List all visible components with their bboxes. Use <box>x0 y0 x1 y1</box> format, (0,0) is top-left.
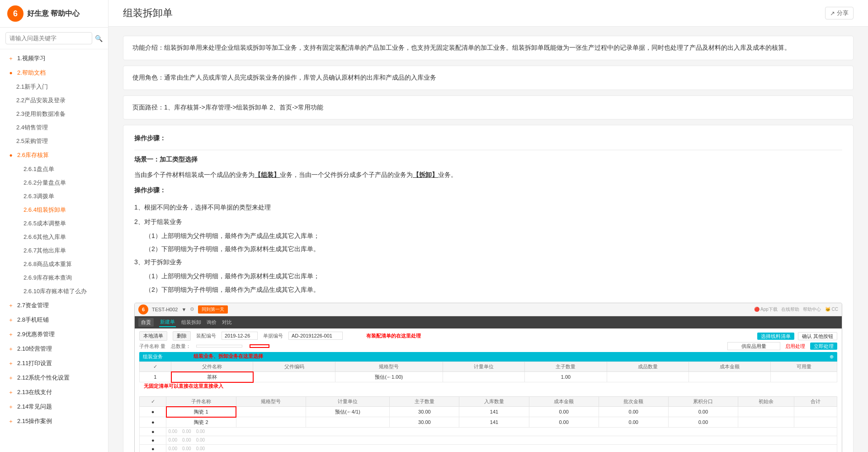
ss-cell2-qty2: 30.00 <box>390 417 459 428</box>
sidebar-item-custom[interactable]: ＋ 2.12系统个性化设置 <box>0 371 108 385</box>
role-block: 使用角色：通常由生产人员或库管人员完成拆装业务的操作，库管人员确认原材料的出库和… <box>123 66 854 90</box>
ss-col-parent-name: 父件名称 <box>171 362 253 372</box>
sidebar-sub-prepare-label: 2.3使用前数据准备 <box>16 110 66 118</box>
search-box[interactable]: 🔍 <box>0 28 108 49</box>
sidebar-sub-prepare[interactable]: 2.3使用前数据准备 <box>0 107 108 121</box>
ss-col2-check: ✓ <box>140 396 166 407</box>
sidebar-sub-count[interactable]: 2.6.1盘点单 <box>0 162 108 176</box>
step2: 2、对于组装业务 <box>134 216 842 228</box>
disassemble-step2: （2）下部明细为子件明细，最终作为产成品生成其它入库单。 <box>145 284 842 295</box>
sidebar-sub-out-other[interactable]: 2.6.7其他出库单 <box>0 244 108 257</box>
plus-icon-mobile: ＋ <box>7 316 14 324</box>
ss-annotation4-text: 无固定清单可以直接在这里直接录入 <box>144 383 223 390</box>
ss-table1-icon: ⊕ <box>830 354 834 360</box>
search-input[interactable] <box>5 32 92 44</box>
ss-annotation2: 组装业务、拆卸业务在这里选择 <box>193 353 263 360</box>
sidebar-sub-stock-err[interactable]: 2.6.10库存账本错了么办 <box>0 285 108 298</box>
sidebar-item-finance-label: 2.7资金管理 <box>17 301 49 309</box>
ss-col2-code: 规格型号 <box>236 396 306 407</box>
sidebar-sub-purchase[interactable]: 2.5采购管理 <box>0 134 108 148</box>
ss-qty-label: 总数量： <box>171 343 191 350</box>
sidebar-item-finance[interactable]: ＋ 2.7资金管理 <box>0 298 108 313</box>
plus-icon-finance: ＋ <box>7 302 14 309</box>
ss-col2-init: 初始余 <box>738 396 794 407</box>
table-row: ●0.00 0.00 0.00 <box>140 444 837 452</box>
ss-col-parent-code: 父件编码 <box>253 362 335 372</box>
share-icon: ↗ <box>830 10 835 17</box>
ss-nav-item2: 询价 <box>207 319 217 326</box>
ss-cell2-cost2: 0.00 <box>529 417 599 428</box>
ss-action-btns: 选择线料清单 确认 其他按钮 <box>757 332 837 340</box>
plus-icon-custom: ＋ <box>7 374 14 381</box>
plus-icon-ops: ＋ <box>7 345 14 352</box>
ss-col2-cost1: 成本金额 <box>529 396 599 407</box>
sidebar-item-inventory[interactable]: ● 2.6库存核算 <box>0 148 108 162</box>
plus-icon-cases: ＋ <box>7 418 14 425</box>
ss-type-label: 子件名称 量 <box>139 343 165 350</box>
sidebar-item-custom-label: 2.12系统个性化设置 <box>17 374 70 382</box>
sidebar-item-coupon[interactable]: ＋ 2.9优惠券管理 <box>0 327 108 342</box>
sidebar-sub-split[interactable]: 2.6.2分量盘点单 <box>0 176 108 190</box>
assemble-step2: （2）下部明细为子件明细，最终作为原材料生成其它出库单。 <box>145 243 842 255</box>
steps-content: 操作步骤： 场景一：加工类型选择 当由多个子件材料组装成一个成品的业务为【组装】… <box>123 125 854 452</box>
sidebar-item-video[interactable]: ＋ 1.视频学习 <box>0 51 108 66</box>
sidebar-sub-cost-adj[interactable]: 2.6.5成本调整单 <box>0 217 108 230</box>
sidebar-sub-in-other[interactable]: 2.6.6其他入库单 <box>0 230 108 244</box>
sidebar-item-mobile[interactable]: ＋ 2.8手机旺铺 <box>0 313 108 327</box>
sidebar-sub-adjust-label: 2.6.3调拨单 <box>24 192 54 200</box>
ss-col-check: ✓ <box>140 362 171 372</box>
ss-cell2-init2 <box>738 417 794 428</box>
assemble-step1: （1）上部明细为父件明细，最终作为产成品生成其它入库单； <box>145 230 842 242</box>
sidebar-sub-install[interactable]: 2.2产品安装及登录 <box>0 94 108 107</box>
ss-col2-main-qty: 主子数量 <box>390 396 459 407</box>
search-icon[interactable]: 🔍 <box>95 35 103 42</box>
main-area: 组装拆卸单 ↗ 分享 功能介绍：组装拆卸单用来处理企业组装或拆卸等加工业务，支持… <box>108 0 868 452</box>
ss-col-qty-product: 成品数量 <box>607 362 689 372</box>
share-button[interactable]: ↗ 分享 <box>825 7 854 19</box>
sidebar-item-ops[interactable]: ＋ 2.10经营管理 <box>0 342 108 356</box>
sidebar-item-print[interactable]: ＋ 2.11打印设置 <box>0 356 108 371</box>
app-title: 好生意 帮助中心 <box>27 9 80 19</box>
ss-dropdown-icon: ▼ <box>181 307 186 312</box>
sidebar-item-payment[interactable]: ＋ 2.13在线支付 <box>0 385 108 400</box>
ss-col-cost: 成本金额 <box>689 362 771 372</box>
ss-cell2-unit1: 预估(←4/1) <box>306 407 390 417</box>
plus-icon-payment: ＋ <box>7 389 14 396</box>
ss-col2-total: 合计 <box>794 396 837 407</box>
ss-btn-confirm: 选择线料清单 <box>757 333 794 340</box>
ss-cell-e3-rest: 0.00 0.00 0.00 <box>166 444 837 452</box>
ss-cell2-spec1 <box>236 407 306 417</box>
ss-annotation1: 有装配清单的在这里处理 <box>366 333 421 339</box>
sidebar-sub-new[interactable]: 2.1新手入门 <box>0 80 108 94</box>
sidebar-item-cases[interactable]: ＋ 2.15操作案例 <box>0 414 108 428</box>
sidebar-sub-assemble[interactable]: 2.6.4组装拆卸单 <box>0 203 108 217</box>
ss-cell-e1-rest: 0.00 0.00 0.00 <box>166 427 837 436</box>
sub-steps-assemble: （1）上部明细为父件明细，最终作为产成品生成其它入库单； （2）下部明细为子件明… <box>134 230 842 255</box>
sidebar-sub-sales-label: 2.4销售管理 <box>16 124 48 132</box>
sidebar-item-faq[interactable]: ＋ 2.14常见问题 <box>0 400 108 414</box>
ss-field-date-label: 装配编号 <box>196 333 216 339</box>
share-label: 分享 <box>837 9 849 17</box>
ss-cell2-check: ● <box>140 407 166 417</box>
ss-cell2-spec2 <box>236 417 306 428</box>
sidebar-sub-install-label: 2.2产品安装及登录 <box>16 96 66 105</box>
sidebar-item-docs[interactable]: ● 2.帮助文档 <box>0 66 108 80</box>
sidebar-sub-adjust[interactable]: 2.6.3调拨单 <box>0 190 108 203</box>
sidebar-sub-sales[interactable]: 2.4销售管理 <box>0 121 108 134</box>
sidebar-item-print-label: 2.11打印设置 <box>17 359 52 367</box>
ss-cell-code <box>253 372 335 382</box>
ss-cell2-qty1: 30.00 <box>390 407 459 417</box>
sidebar-item-mobile-label: 2.8手机旺铺 <box>17 316 49 324</box>
ss-col2-cost2: 批次金额 <box>599 396 668 407</box>
ss-nav-item1: 组装拆卸 <box>181 319 201 326</box>
ss-confirm-btn: 立即处理 <box>810 343 837 350</box>
scene1-heading-block: 场景一：加工类型选择 <box>134 156 842 164</box>
sidebar-sub-split-label: 2.6.2分量盘点单 <box>24 179 66 187</box>
sidebar-sub-stock-query-label: 2.6.9库存账本查询 <box>24 274 72 282</box>
sidebar-item-docs-label: 2.帮助文档 <box>17 69 46 77</box>
ss-annotation-spacer: 无固定清单可以直接在这里直接录入 <box>139 383 837 396</box>
ss-right-input: 供应品用量 <box>727 342 780 350</box>
sidebar-sub-cost-calc[interactable]: 2.6.8商品成本重算 <box>0 257 108 271</box>
sidebar-sub-stock-query[interactable]: 2.6.9库存账本查询 <box>0 271 108 285</box>
sidebar-sub-count-label: 2.6.1盘点单 <box>24 165 54 173</box>
